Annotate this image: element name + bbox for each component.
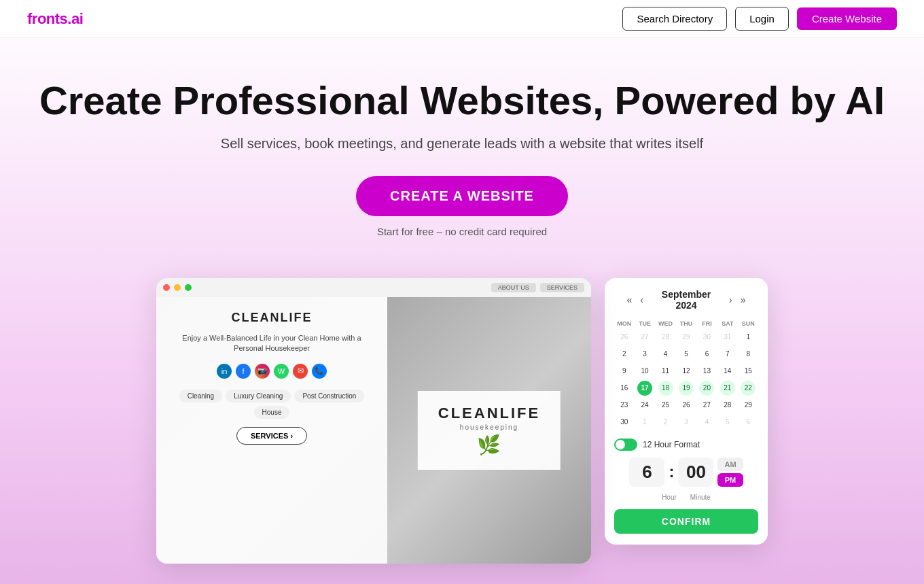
cal-day[interactable]: 23 <box>617 398 632 413</box>
cal-day[interactable]: 14 <box>720 364 735 379</box>
cal-day[interactable]: 29 <box>679 330 694 345</box>
cleanlife-logo-overlay: CLEANLIFE housekeeping 🌿 <box>418 391 561 470</box>
time-format-toggle[interactable] <box>614 439 637 451</box>
cal-day[interactable]: 28 <box>658 330 673 345</box>
website-mockup: ABOUT US SERVICES CLEANLIFE Enjoy a Well… <box>156 278 591 564</box>
confirm-button[interactable]: CONFIRM <box>614 509 758 534</box>
cal-day[interactable]: 27 <box>637 330 652 345</box>
cal-day[interactable]: 26 <box>617 330 632 345</box>
minute-label: Minute <box>690 494 711 501</box>
cal-prev-prev-btn[interactable]: « <box>624 293 635 307</box>
cal-day[interactable]: 22 <box>741 381 756 396</box>
calendar-month: September <box>662 289 711 300</box>
dow-sat: SAT <box>717 319 737 328</box>
cal-prev-btn[interactable]: ‹ <box>637 293 646 307</box>
cal-next-btn[interactable]: › <box>726 293 735 307</box>
services-nav-btn[interactable]: SERVICES <box>540 283 584 292</box>
time-format-row: 12 Hour Format <box>614 439 758 451</box>
cal-day[interactable]: 24 <box>637 398 652 413</box>
cal-day[interactable]: 25 <box>658 398 673 413</box>
cal-next-next-btn[interactable]: » <box>738 293 749 307</box>
time-labels: Hour Minute <box>614 494 758 501</box>
dot-yellow <box>174 284 181 291</box>
tag-row: Cleaning Luxury Cleaning Post Constructi… <box>168 390 375 419</box>
cal-day[interactable]: 4 <box>699 415 714 430</box>
dot-red <box>163 284 170 291</box>
cal-day[interactable]: 2 <box>658 415 673 430</box>
time-colon: : <box>669 462 674 481</box>
logo-text: fronts.ai <box>27 10 83 27</box>
dow-tue: TUE <box>635 319 654 328</box>
cal-day[interactable]: 16 <box>617 381 632 396</box>
minute-input[interactable]: 00 <box>678 458 713 487</box>
cal-day[interactable]: 4 <box>658 347 673 362</box>
cleanlife-logo-icon: 🌿 <box>438 434 540 456</box>
cta-button[interactable]: CREATE A WEBSITE <box>356 176 568 216</box>
cal-day[interactable]: 7 <box>720 347 735 362</box>
cal-day[interactable]: 13 <box>699 364 714 379</box>
cal-day[interactable]: 28 <box>720 398 735 413</box>
create-website-nav-button[interactable]: Create Website <box>797 7 897 30</box>
cal-day[interactable]: 31 <box>720 330 735 345</box>
instagram-icon: 📷 <box>255 364 270 379</box>
cal-day[interactable]: 5 <box>679 347 694 362</box>
mockup-inner: ABOUT US SERVICES CLEANLIFE Enjoy a Well… <box>156 278 591 564</box>
toggle-knob <box>616 440 625 449</box>
services-btn-label: SERVICES › <box>251 432 293 440</box>
login-button[interactable]: Login <box>735 7 789 31</box>
cal-day[interactable]: 3 <box>679 415 694 430</box>
dow-fri: FRI <box>697 319 717 328</box>
dow-wed: WED <box>656 319 675 328</box>
cal-day[interactable]: 11 <box>658 364 673 379</box>
services-button[interactable]: SERVICES › <box>236 427 307 445</box>
topbar-nav-btns: ABOUT US SERVICES <box>491 283 584 292</box>
cal-day[interactable]: 29 <box>741 398 756 413</box>
site-brand: CLEANLIFE <box>168 311 375 325</box>
calendar-header: « ‹ September 2024 › » <box>614 289 758 311</box>
email-icon: ✉ <box>293 364 308 379</box>
cal-day[interactable]: 15 <box>741 364 756 379</box>
linkedin-icon: in <box>217 364 232 379</box>
cal-day[interactable]: 19 <box>679 381 694 396</box>
hour-label: Hour <box>662 494 677 501</box>
cal-day[interactable]: 26 <box>679 398 694 413</box>
cal-day-today[interactable]: 17 <box>637 381 652 396</box>
cal-day[interactable]: 6 <box>741 415 756 430</box>
cal-day[interactable]: 27 <box>699 398 714 413</box>
calendar-month-year: September 2024 <box>649 289 724 311</box>
phone-icon: 📞 <box>312 364 327 379</box>
cal-day[interactable]: 10 <box>637 364 652 379</box>
cal-day[interactable]: 20 <box>699 381 714 396</box>
calendar-grid: MON TUE WED THU FRI SAT SUN 26 27 28 29 … <box>614 319 758 430</box>
cal-day[interactable]: 12 <box>679 364 694 379</box>
site-overlay: CLEANLIFE Enjoy a Well-Balanced Life in … <box>156 297 591 564</box>
facebook-icon: f <box>236 364 251 379</box>
cal-day[interactable]: 3 <box>637 347 652 362</box>
pm-button[interactable]: PM <box>717 473 743 487</box>
cal-day[interactable]: 30 <box>617 415 632 430</box>
cal-day[interactable]: 18 <box>658 381 673 396</box>
cal-day[interactable]: 8 <box>741 347 756 362</box>
am-button[interactable]: AM <box>717 458 743 471</box>
cal-day[interactable]: 9 <box>617 364 632 379</box>
nav-actions: Search Directory Login Create Website <box>622 7 897 31</box>
cal-day[interactable]: 5 <box>720 415 735 430</box>
tag-house: House <box>254 406 290 419</box>
cal-day[interactable]: 2 <box>617 347 632 362</box>
screenshots-section: ABOUT US SERVICES CLEANLIFE Enjoy a Well… <box>0 258 924 584</box>
hour-input[interactable]: 6 <box>629 458 664 487</box>
cal-day[interactable]: 6 <box>699 347 714 362</box>
cal-day[interactable]: 21 <box>720 381 735 396</box>
tag-construction: Post Construction <box>294 390 364 402</box>
about-us-nav-btn[interactable]: ABOUT US <box>491 283 536 292</box>
hero-title: Create Professional Websites, Powered by… <box>14 79 910 122</box>
search-directory-button[interactable]: Search Directory <box>622 7 727 31</box>
cal-day[interactable]: 1 <box>741 330 756 345</box>
dot-green <box>185 284 192 291</box>
tag-luxury: Luxury Cleaning <box>226 390 291 402</box>
site-left-panel: CLEANLIFE Enjoy a Well-Balanced Life in … <box>156 297 387 564</box>
cal-day[interactable]: 30 <box>699 330 714 345</box>
calendar-year: 2024 <box>675 300 696 311</box>
cal-day[interactable]: 1 <box>637 415 652 430</box>
time-format-label: 12 Hour Format <box>643 440 700 449</box>
